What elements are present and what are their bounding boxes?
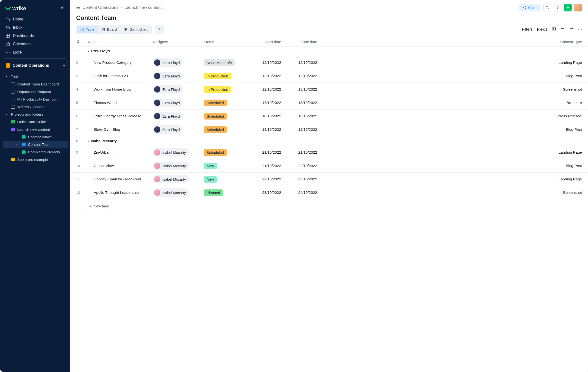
status-badge[interactable]: Need More Info bbox=[204, 59, 235, 66]
assignee-chip[interactable]: Ezra Floyd bbox=[153, 72, 183, 80]
assignee-chip[interactable]: Isabel Mccarty bbox=[153, 148, 189, 157]
tree-item[interactable]: Quick Start Guide bbox=[3, 118, 68, 126]
calendar-icon bbox=[11, 105, 15, 109]
chevron-right-icon[interactable]: › bbox=[88, 49, 89, 53]
table-row[interactable]: 7Slate-Gym BlogEzra FloydScheduled19/10/… bbox=[70, 123, 588, 136]
group-row[interactable]: 1›Ezra Floyd bbox=[70, 46, 588, 56]
tree-item[interactable]: Content Intake bbox=[3, 133, 68, 141]
breadcrumb-item[interactable]: Content Operations bbox=[83, 5, 118, 10]
assignee-chip[interactable]: Isabel Mccarty bbox=[153, 188, 189, 197]
group-row[interactable]: 8›Isabel Mccarty bbox=[70, 136, 588, 146]
status-cell: Scheduled bbox=[204, 100, 245, 106]
collapse-sidebar-button[interactable] bbox=[59, 5, 65, 12]
tree-item[interactable]: Completed Projects bbox=[3, 148, 68, 156]
status-badge[interactable]: Scheduled bbox=[204, 126, 227, 133]
status-badge[interactable]: New bbox=[204, 163, 217, 169]
table-row[interactable]: 12Apollo Thought LeadershipIsabel Mccart… bbox=[70, 186, 588, 199]
avatar bbox=[154, 126, 160, 133]
chevron-right-icon[interactable]: › bbox=[88, 139, 89, 143]
start-date: 18/10/2022 bbox=[247, 114, 281, 118]
status-badge[interactable]: Planned bbox=[204, 189, 223, 196]
nav-home[interactable]: Home bbox=[3, 15, 68, 23]
column-assignee[interactable]: Assignee bbox=[153, 40, 202, 44]
tree-item[interactable]: Content Team Dashboard bbox=[3, 80, 68, 88]
share-button[interactable]: Share bbox=[519, 4, 541, 11]
tree-label: Content Intake bbox=[28, 135, 52, 139]
column-status[interactable]: Status bbox=[204, 40, 245, 44]
table-settings-button[interactable]: ⚙ bbox=[76, 39, 86, 44]
column-start-date[interactable]: Start date bbox=[247, 40, 281, 44]
tree-item[interactable]: Writers Calendar bbox=[3, 103, 68, 111]
table-row[interactable]: 6Extra-Energy Press ReleaseEzra FloydSch… bbox=[70, 110, 588, 123]
assignee-chip[interactable]: Ezra Floyd bbox=[153, 58, 183, 67]
tree-label: Launch new content bbox=[17, 127, 50, 131]
table-row[interactable]: 10Global ViewIsabel MccartyNew21/10/2022… bbox=[70, 159, 588, 173]
status-badge[interactable]: In Production bbox=[204, 73, 231, 79]
expand-button[interactable] bbox=[552, 27, 556, 32]
due-date: 22/10/2022 bbox=[283, 164, 317, 168]
space-label: Content Operations bbox=[13, 63, 49, 68]
tree-label: Quick Start Guide bbox=[17, 120, 46, 124]
new-task-button[interactable]: + New task bbox=[86, 202, 112, 210]
svg-rect-10 bbox=[102, 28, 103, 31]
nav-inbox[interactable]: Inbox bbox=[3, 23, 68, 32]
app-logo[interactable]: wrike bbox=[5, 5, 26, 12]
divider bbox=[4, 58, 66, 59]
assignee-chip[interactable]: Isabel Mccarty bbox=[153, 175, 189, 183]
status-badge[interactable]: Scheduled bbox=[204, 149, 227, 156]
tree-section[interactable]: ▾Projects and folders bbox=[3, 111, 68, 118]
tree-label: My Productivity Dashbo... bbox=[17, 97, 59, 101]
add-view-button[interactable]: + bbox=[155, 25, 164, 34]
nav-calendars[interactable]: Calendars bbox=[3, 40, 68, 48]
tab-gantt[interactable]: Gantt chart bbox=[121, 26, 151, 33]
tree-item[interactable]: Department Request bbox=[3, 88, 68, 96]
status-badge[interactable]: Scheduled bbox=[204, 113, 227, 119]
column-content-type[interactable]: Content Type bbox=[319, 40, 582, 44]
status-badge[interactable]: Scheduled bbox=[204, 100, 227, 106]
assignee-chip[interactable]: Ezra Floyd bbox=[153, 85, 183, 94]
add-button[interactable]: + bbox=[564, 4, 572, 11]
assignee-chip[interactable]: Ezra Floyd bbox=[153, 125, 183, 134]
assignee-chip[interactable]: Ezra Floyd bbox=[153, 99, 183, 107]
space-selector[interactable]: ⚡ Content Operations ▾ bbox=[3, 61, 68, 70]
tree-item[interactable]: My Productivity Dashbo... bbox=[3, 96, 68, 103]
table-row[interactable]: 3Draft for Fitness 123Ezra FloydIn Produ… bbox=[70, 69, 588, 83]
tree-item[interactable]: Launch new content bbox=[3, 126, 68, 133]
user-avatar[interactable] bbox=[574, 4, 582, 11]
redo-button[interactable] bbox=[569, 27, 574, 32]
help-button[interactable]: ? bbox=[554, 4, 561, 11]
svg-rect-2 bbox=[8, 36, 10, 37]
column-due-date[interactable]: Due date bbox=[283, 40, 317, 44]
filters-button[interactable]: Filters bbox=[522, 27, 533, 32]
assignee-chip[interactable]: Ezra Floyd bbox=[153, 112, 183, 120]
tree-section[interactable]: ▾Tools bbox=[3, 73, 68, 80]
more-button[interactable]: ⋯ bbox=[578, 27, 582, 32]
column-name[interactable]: Name bbox=[88, 40, 151, 44]
table-row[interactable]: 9Zip-Urban...Isabel MccartyScheduled21/1… bbox=[70, 146, 588, 159]
menu-button[interactable]: ☰ bbox=[76, 5, 80, 10]
tab-board[interactable]: Board bbox=[98, 26, 120, 33]
status-badge[interactable]: New bbox=[204, 176, 217, 183]
tree-item[interactable]: See a pro example bbox=[3, 156, 68, 163]
nav-label: Dashboards bbox=[13, 34, 34, 38]
table-row[interactable]: 2New Product CategoryEzra FloydNeed More… bbox=[70, 56, 588, 69]
start-date: 23/10/2022 bbox=[247, 190, 281, 195]
table-row[interactable]: 5Fitness WorldEzra FloydScheduled17/10/2… bbox=[70, 96, 588, 110]
table-row[interactable]: 4Work from Home BlogEzra FloydIn Product… bbox=[70, 83, 588, 96]
nav-more[interactable]: ⋯More bbox=[3, 48, 68, 56]
tab-table[interactable]: Table bbox=[77, 26, 98, 33]
dashboard-icon bbox=[11, 90, 15, 94]
tree-item[interactable]: ›Content Team bbox=[3, 141, 68, 148]
nav-dashboards[interactable]: Dashboards bbox=[3, 32, 68, 40]
search-button[interactable] bbox=[544, 4, 551, 11]
undo-button[interactable] bbox=[560, 27, 565, 32]
task-name: Work from Home Blog bbox=[88, 87, 151, 92]
breadcrumb-item[interactable]: Launch new content bbox=[125, 5, 162, 10]
table-row[interactable]: 11Holiday Email for GoodFoodIsabel Mccar… bbox=[70, 173, 588, 186]
share-label: Share bbox=[528, 6, 538, 10]
fields-button[interactable]: Fields bbox=[537, 27, 547, 32]
status-badge[interactable]: In Production bbox=[204, 86, 231, 93]
status-cell: Scheduled bbox=[204, 149, 245, 156]
assignee-chip[interactable]: Isabel Mccarty bbox=[153, 162, 189, 170]
share-icon bbox=[523, 6, 526, 10]
